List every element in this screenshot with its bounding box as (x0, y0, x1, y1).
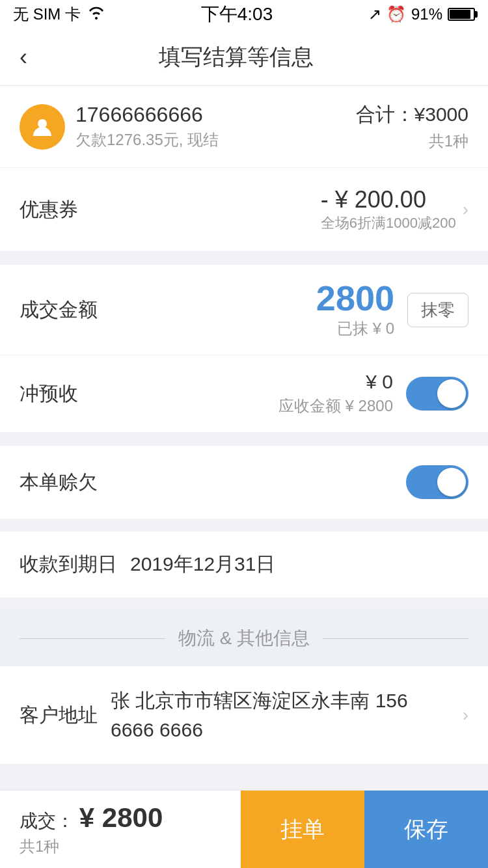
bottom-bar: 成交： ¥ 2800 共1种 挂单 保存 (0, 790, 488, 868)
bottom-deal-amount: ¥ 2800 (79, 802, 163, 833)
section-gap-1 (0, 252, 488, 265)
prepay-label: 冲预收 (20, 381, 78, 407)
logistics-line-right (323, 638, 468, 639)
status-time: 下午4:03 (201, 2, 273, 27)
address-label: 客户地址 (20, 702, 98, 729)
customer-debt: 欠款1276.35元, 现结 (75, 129, 219, 150)
save-button[interactable]: 保存 (364, 791, 488, 869)
coupon-label: 优惠券 (20, 197, 78, 223)
total-label: 合计： (356, 103, 414, 125)
bottom-deal-label: 成交： (20, 811, 74, 831)
prepay-values: ¥ 0 应收金额 ¥ 2800 (278, 371, 393, 416)
debt-toggle[interactable] (406, 465, 468, 499)
transaction-sub: 已抹 ¥ 0 (316, 318, 394, 339)
customer-left: 17666666666 欠款1276.35元, 现结 (20, 103, 219, 150)
nav-bar: ‹ 填写结算等信息 (0, 29, 488, 86)
prepay-right: ¥ 0 应收金额 ¥ 2800 (278, 371, 468, 416)
address-row[interactable]: 客户地址 张 北京市市辖区海淀区永丰南 156 6666 6666 › (0, 666, 488, 765)
battery-percent: 91% (411, 5, 442, 23)
coupon-right: - ¥ 200.00 全场6折满1000减200 › (321, 186, 468, 233)
bottom-deal-line: 成交： ¥ 2800 (20, 802, 221, 834)
coupon-chevron-icon: › (463, 199, 468, 220)
customer-phone: 17666666666 (75, 103, 219, 127)
debt-label: 本单赊欠 (20, 469, 98, 496)
section-gap-4 (0, 597, 488, 610)
back-button[interactable]: ‹ (13, 37, 34, 77)
section-gap-2 (0, 433, 488, 446)
due-date-label: 收款到期日 (20, 551, 117, 578)
battery-icon (448, 8, 475, 21)
customer-info: 17666666666 欠款1276.35元, 现结 (75, 103, 219, 150)
amount-value-block: 2800 已抹 ¥ 0 抹零 (316, 280, 468, 339)
page-title: 填写结算等信息 (34, 42, 439, 72)
status-left: 无 SIM 卡 (13, 4, 105, 25)
transaction-label: 成交金额 (20, 297, 98, 323)
location-icon: ↗ (368, 5, 381, 23)
bottom-count: 共1种 (20, 836, 221, 857)
avatar (20, 104, 65, 150)
coupon-description: 全场6折满1000减200 (321, 213, 456, 233)
total-count: 共1种 (356, 131, 468, 152)
section-gap-3 (0, 519, 488, 532)
hold-button[interactable]: 挂单 (241, 791, 364, 869)
prepay-row: 冲预收 ¥ 0 应收金额 ¥ 2800 (0, 355, 488, 433)
address-value: 张 北京市市辖区海淀区永丰南 156 6666 6666 (111, 686, 450, 744)
transaction-amount: 2800 (316, 280, 394, 316)
prepay-amount: ¥ 0 (278, 371, 393, 393)
carrier-label: 无 SIM 卡 (13, 4, 81, 25)
logistics-label: 物流 & 其他信息 (178, 626, 310, 651)
logistics-line-left (20, 638, 165, 639)
debt-row: 本单赊欠 (0, 446, 488, 519)
status-right: ↗ ⏰ 91% (368, 5, 475, 23)
total-amount: 合计：¥3000 (356, 102, 468, 128)
prepay-receivable: 应收金额 ¥ 2800 (278, 396, 393, 416)
address-chevron-icon: › (463, 705, 468, 726)
total-value: ¥3000 (414, 103, 468, 125)
status-bar: 无 SIM 卡 下午4:03 ↗ ⏰ 91% (0, 0, 488, 29)
transaction-amount-row: 成交金额 2800 已抹 ¥ 0 抹零 (0, 265, 488, 355)
customer-row: 17666666666 欠款1276.35元, 现结 合计：¥3000 共1种 (0, 86, 488, 168)
due-date-row: 收款到期日 2019年12月31日 (0, 532, 488, 597)
customer-right: 合计：¥3000 共1种 (356, 102, 468, 152)
alarm-icon: ⏰ (386, 5, 406, 23)
wifi-icon (87, 5, 105, 23)
coupon-row[interactable]: 优惠券 - ¥ 200.00 全场6折满1000减200 › (0, 168, 488, 252)
bottom-summary: 成交： ¥ 2800 共1种 (0, 802, 241, 857)
coupon-discount: - ¥ 200.00 (321, 186, 456, 213)
svg-point-0 (38, 119, 47, 128)
round-button[interactable]: 抹零 (407, 293, 468, 327)
prepay-toggle[interactable] (406, 377, 468, 411)
logistics-header: 物流 & 其他信息 (0, 610, 488, 666)
due-date-value: 2019年12月31日 (130, 551, 275, 578)
due-date-section: 收款到期日 2019年12月31日 (0, 532, 488, 597)
